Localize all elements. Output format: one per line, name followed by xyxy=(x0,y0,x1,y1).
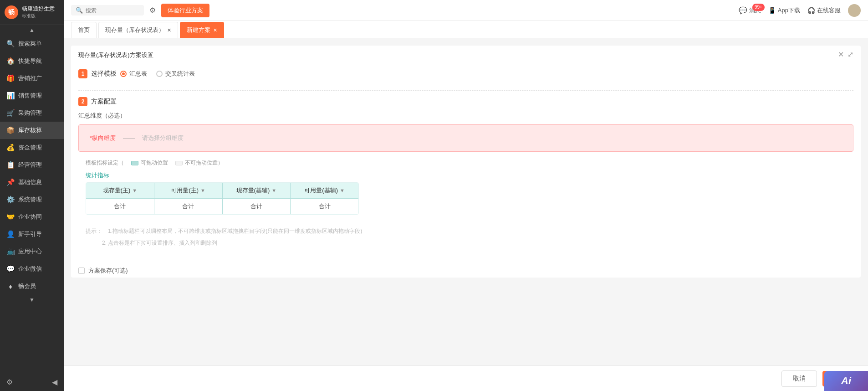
metrics-body-row: 合计 合计 合计 合计 xyxy=(86,199,358,214)
cell-2: 合计 xyxy=(223,199,291,214)
sidebar-item-member[interactable]: ♦ 畅会员 xyxy=(0,278,64,295)
aggregate-dim-label: 汇总维度（必选） xyxy=(78,112,853,120)
app-icon: 📱 xyxy=(768,7,776,14)
col-2: 现存量(基辅) ▼ xyxy=(223,183,291,199)
sidebar-item-finance[interactable]: 💰 资金管理 xyxy=(0,139,64,156)
app-name: 畅康通好生意 xyxy=(22,5,55,13)
col-2-chevron[interactable]: ▼ xyxy=(271,188,276,193)
app-download-btn[interactable]: 📱 App下载 xyxy=(768,6,800,15)
cell-0-value: 合计 xyxy=(86,199,154,214)
topbar-right: 💬 消息 99+ 📱 App下载 🎧 在线客服 xyxy=(739,4,861,17)
sidebar-item-basic-info[interactable]: 📌 基础信息 xyxy=(0,174,64,191)
non-draggable-label: 不可拖动位置） xyxy=(185,159,223,167)
save-checkbox[interactable] xyxy=(78,268,85,274)
sidebar-item-appcenter[interactable]: 📺 应用中心 xyxy=(0,243,64,260)
plan-settings-panel: ✕ ⤢ 现存量(库存状况表)方案设置 1 选择模板 汇总表 xyxy=(71,46,861,278)
step1-label: 选择模板 xyxy=(91,70,117,78)
panel-actions: ✕ ⤢ xyxy=(838,50,853,59)
sidebar-item-operations[interactable]: 📋 经营管理 xyxy=(0,156,64,174)
cell-1: 合计 xyxy=(154,199,223,214)
topbar: 🔍 ⚙ 体验行业方案 💬 消息 99+ 📱 App下载 🎧 在线客服 xyxy=(64,0,868,21)
search-topbar-icon: 🔍 xyxy=(76,7,83,14)
col-0: 现存量(主) ▼ xyxy=(86,183,154,199)
radio-cross-table[interactable]: 交叉统计表 xyxy=(156,70,195,78)
col-1-header: 可用量(主) ▼ xyxy=(154,183,222,199)
trial-btn[interactable]: 体验行业方案 xyxy=(161,4,209,17)
tab-new-plan[interactable]: 新建方案 ✕ xyxy=(180,22,224,38)
sidebar-item-wechat[interactable]: 💬 企业微信 xyxy=(0,260,64,278)
gift-icon: 🎁 xyxy=(6,74,15,82)
tv-icon: 📺 xyxy=(6,247,15,256)
panel-close-btn[interactable]: ✕ xyxy=(838,50,844,59)
user-avatar[interactable] xyxy=(848,4,861,17)
page-title: 现存量(库存状况表)方案设置 xyxy=(71,46,861,63)
settings-footer-icon[interactable]: ⚙ xyxy=(6,378,13,386)
sidebar-nav: ▲ 🔍 搜索菜单 🏠 快捷导航 🎁 营销推广 📊 销售管理 🛒 采购管理 📦 库… xyxy=(0,25,64,373)
cell-3-value: 合计 xyxy=(291,199,358,214)
col-3-chevron[interactable]: ▼ xyxy=(340,188,345,193)
sidebar-item-newuser[interactable]: 👤 新手引导 xyxy=(0,226,64,243)
app-edition: 标准版 xyxy=(22,13,55,19)
collapse-icon[interactable]: ◀ xyxy=(52,378,57,386)
draggable-box xyxy=(131,161,138,165)
cell-3: 合计 xyxy=(291,199,358,214)
online-service-btn[interactable]: 🎧 在线客服 xyxy=(807,6,841,15)
chart-icon: 📊 xyxy=(6,92,15,100)
tab-home[interactable]: 首页 xyxy=(71,22,97,38)
topbar-gear-icon[interactable]: ⚙ xyxy=(149,6,156,15)
vertical-dim-box: *纵向维度 —— 请选择分组维度 xyxy=(78,124,853,152)
user-icon: 👤 xyxy=(6,230,15,238)
tips-item-2: 2. 点击标题栏下拉可设置排序、插入列和删除列 xyxy=(102,238,846,248)
search-input[interactable] xyxy=(86,7,136,14)
radio-summary-table[interactable]: 汇总表 xyxy=(120,70,147,78)
tab-inventory-status[interactable]: 现存量（库存状况表） ✕ xyxy=(98,22,178,38)
draggable-legend: 可拖动位置 xyxy=(131,159,168,167)
sidebar-item-sales[interactable]: 📊 销售管理 xyxy=(0,87,64,104)
sidebar-scroll-up[interactable]: ▲ xyxy=(0,25,64,35)
col-1-chevron[interactable]: ▼ xyxy=(200,188,205,193)
message-icon: 💬 xyxy=(739,6,747,15)
col-3: 可用量(基辅) ▼ xyxy=(291,183,358,199)
main-area: 🔍 ⚙ 体验行业方案 💬 消息 99+ 📱 App下载 🎧 在线客服 首页 xyxy=(64,0,868,391)
cell-2-value: 合计 xyxy=(223,199,291,214)
tab-new-plan-close[interactable]: ✕ xyxy=(213,27,217,33)
sidebar-item-search[interactable]: 🔍 搜索菜单 xyxy=(0,35,64,52)
step2-header: 2 方案配置 xyxy=(78,97,853,106)
sidebar-footer: ⚙ ◀ xyxy=(0,373,64,391)
money-icon: 💰 xyxy=(6,144,15,152)
sidebar-item-marketing[interactable]: 🎁 营销推广 xyxy=(0,70,64,87)
metrics-table: 现存量(主) ▼ 可用量(主) ▼ xyxy=(86,182,359,215)
cell-0: 合计 xyxy=(86,199,154,214)
sidebar-scroll-down[interactable]: ▼ xyxy=(0,295,64,305)
non-draggable-legend: 不可拖动位置） xyxy=(175,159,223,167)
cart-icon: 🛒 xyxy=(6,109,15,117)
message-btn[interactable]: 💬 消息 99+ xyxy=(739,6,761,15)
save-label: 方案保存(可选) xyxy=(88,267,128,275)
vertical-dim-placeholder[interactable]: 请选择分组维度 xyxy=(142,134,184,142)
ai-badge[interactable]: Ai xyxy=(824,371,868,391)
gear-icon: ⚙️ xyxy=(6,196,15,204)
bottom-bar: 取消 查询 xyxy=(64,365,868,391)
metrics-config: 模板指标设定（ 可拖动位置 不可拖动位置） 统计指标 xyxy=(78,159,853,221)
panel-expand-btn[interactable]: ⤢ xyxy=(848,50,853,59)
sidebar-item-system[interactable]: ⚙️ 系统管理 xyxy=(0,191,64,208)
tab-inventory-close[interactable]: ✕ xyxy=(167,27,171,33)
sidebar-item-enterprise[interactable]: 🤝 企业协同 xyxy=(0,208,64,226)
cancel-button[interactable]: 取消 xyxy=(781,370,817,387)
sidebar-item-nav[interactable]: 🏠 快捷导航 xyxy=(0,52,64,70)
home-icon: 🏠 xyxy=(6,57,15,65)
col-0-chevron[interactable]: ▼ xyxy=(132,188,137,193)
handshake-icon: 🤝 xyxy=(6,213,15,221)
metrics-header-row: 现存量(主) ▼ 可用量(主) ▼ xyxy=(86,183,358,199)
sidebar: 畅 畅康通好生意 标准版 ▲ 🔍 搜索菜单 🏠 快捷导航 🎁 营销推广 📊 销售… xyxy=(0,0,64,391)
col-0-header: 现存量(主) ▼ xyxy=(86,183,154,199)
step2-label: 方案配置 xyxy=(91,98,117,106)
sidebar-item-inventory[interactable]: 📦 库存核算 xyxy=(0,122,64,139)
sidebar-item-purchase[interactable]: 🛒 采购管理 xyxy=(0,104,64,122)
metrics-legend: 模板指标设定（ 可拖动位置 不可拖动位置） xyxy=(86,159,846,167)
logo-icon: 畅 xyxy=(5,5,18,19)
metrics-config-label: 模板指标设定（ xyxy=(86,159,124,167)
search-box[interactable]: 🔍 xyxy=(71,5,144,15)
col-2-header: 现存量(基辅) ▼ xyxy=(223,183,291,199)
step2-section: 2 方案配置 汇总维度（必选） *纵向维度 —— 请选择分组维度 模板指标设定（ xyxy=(71,91,861,260)
